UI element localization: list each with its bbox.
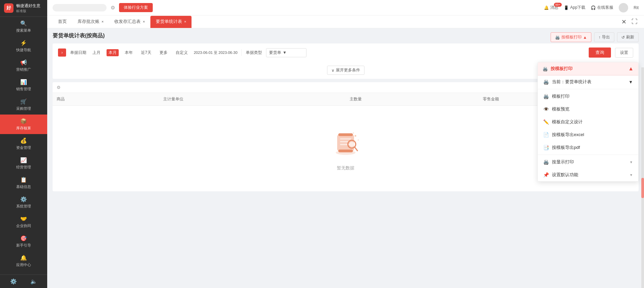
export-pdf-icon: 📑 bbox=[543, 145, 549, 150]
logo-text: 畅捷通好生意 标准版 bbox=[16, 3, 40, 13]
sidebar: 好 畅捷通好生意 标准版 🔍 搜索菜单 ⚡ 快捷导航 📢 营销推广 📊 销售管理… bbox=[0, 0, 47, 288]
query-button[interactable]: 查询 bbox=[589, 47, 611, 58]
tab-fullscreen-button[interactable]: ⛶ bbox=[631, 18, 639, 26]
empty-illustration bbox=[329, 126, 362, 160]
dropdown-header: 🖨️ 按模板打印 ▲ bbox=[538, 62, 638, 75]
sidebar-item-operations[interactable]: 📈 经营管理 bbox=[0, 154, 47, 173]
appstore-icon: 🔔 bbox=[20, 255, 27, 261]
tab-order-stats[interactable]: 要货单统计表 × bbox=[150, 16, 192, 28]
svg-point-10 bbox=[355, 135, 356, 137]
sidebar-item-marketing[interactable]: 📢 营销推广 bbox=[0, 56, 47, 75]
display-print-left: 🖨️ 按显示打印 bbox=[543, 159, 574, 165]
dropdown-item-display-print[interactable]: 🖨️ 按显示打印 ▼ bbox=[538, 156, 638, 168]
type-filter-select[interactable]: 要货单 ▼ bbox=[266, 48, 306, 57]
template-design-icon: ✏️ bbox=[543, 119, 549, 125]
setting-button[interactable]: 设置 bbox=[615, 48, 633, 58]
service-icon: 🎧 bbox=[591, 5, 596, 10]
sidebar-item-search[interactable]: 🔍 搜索菜单 bbox=[0, 17, 47, 36]
finance-icon: 💰 bbox=[20, 137, 27, 144]
audio-icon[interactable]: 🔈 bbox=[30, 278, 37, 285]
date-last-month-btn[interactable]: 上月 bbox=[90, 49, 103, 56]
svg-rect-2 bbox=[338, 133, 353, 136]
svg-point-12 bbox=[353, 132, 354, 133]
app-download-button[interactable]: 📱 App下载 bbox=[564, 5, 585, 10]
printer-icon: 🖨️ bbox=[543, 66, 548, 71]
topbar-search-input[interactable] bbox=[53, 4, 107, 11]
tabs-bar: 首页 库存批次账 × 收发存汇总表 × 要货单统计表 × ✕ ⛶ bbox=[47, 15, 644, 28]
divider-1 bbox=[538, 89, 638, 89]
sidebar-item-shortcut[interactable]: ⚡ 快捷导航 bbox=[0, 36, 47, 56]
type-filter-chevron: ▼ bbox=[283, 50, 287, 55]
search-icon: 🔍 bbox=[20, 20, 27, 27]
dropdown-item-export-pdf[interactable]: 📑 按模板导出pdf bbox=[538, 141, 638, 154]
user-name[interactable]: Rit bbox=[634, 5, 639, 10]
type-filter-value: 要货单 bbox=[269, 50, 281, 56]
set-default-icon: 📌 bbox=[543, 172, 549, 178]
sidebar-item-inventory[interactable]: 📦 库存核算 bbox=[0, 115, 47, 134]
sidebar-bottom: ⚙️ 🔈 bbox=[0, 275, 47, 288]
table-gear-icon[interactable]: ⚙ bbox=[57, 85, 61, 90]
right-scrollbar[interactable] bbox=[641, 67, 644, 288]
system-icon: ⚙️ bbox=[20, 196, 27, 202]
tab-close-receipt-summary[interactable]: × bbox=[143, 20, 145, 24]
app-logo: 好 畅捷通好生意 标准版 bbox=[0, 0, 47, 17]
sidebar-item-sales[interactable]: 📊 销售管理 bbox=[0, 75, 47, 95]
filter-expand-button[interactable]: › bbox=[58, 49, 66, 57]
svg-point-8 bbox=[349, 142, 354, 147]
tab-receipt-summary[interactable]: 收发存汇总表 × bbox=[109, 16, 150, 28]
sidebar-item-newbie[interactable]: 🎯 新手引导 bbox=[0, 232, 47, 251]
print-dropdown-menu: 🖨️ 按模板打印 ▲ 🖨️ 当前：要货单统计表 ▼ 🖨️ 模板打印 👁️ 模板预… bbox=[537, 62, 639, 182]
svg-line-9 bbox=[355, 147, 357, 151]
app-icon: 📱 bbox=[564, 5, 569, 10]
type-filter-label: 单据类型 bbox=[246, 50, 262, 56]
date-filter-label: 单据日期 bbox=[70, 50, 86, 56]
date-more-btn[interactable]: 更多 bbox=[157, 49, 170, 56]
basic-icon: 📋 bbox=[20, 177, 27, 183]
dropdown-item-template-preview[interactable]: 👁️ 模板预览 bbox=[538, 103, 638, 116]
sidebar-item-wechat[interactable]: 💬 企业微信 bbox=[0, 271, 47, 275]
dropdown-current-item[interactable]: 🖨️ 当前：要货单统计表 ▼ bbox=[538, 75, 638, 88]
topbar-gear-icon[interactable]: ⚙ bbox=[111, 5, 115, 11]
tab-collapse-button[interactable]: ✕ bbox=[620, 18, 628, 26]
expand-chevron-icon: ∨ bbox=[331, 68, 334, 73]
print-template-button[interactable]: 🖨️ 按模板打印 ▲ bbox=[551, 32, 591, 42]
sidebar-item-system[interactable]: ⚙️ 系统管理 bbox=[0, 193, 47, 212]
dropdown-item-set-default[interactable]: 📌 设置默认功能 ▼ bbox=[538, 168, 638, 181]
dropdown-item-template-print[interactable]: 🖨️ 模板打印 bbox=[538, 90, 638, 103]
dropdown-item-export-excel[interactable]: 📄 按模板导出excel bbox=[538, 128, 638, 141]
svg-rect-4 bbox=[340, 138, 351, 139]
display-print-icon: 🖨️ bbox=[543, 159, 549, 165]
notification-button[interactable]: 🔔 消息 99+ bbox=[544, 5, 558, 10]
tab-close-inventory-batch[interactable]: × bbox=[101, 20, 104, 24]
user-avatar[interactable] bbox=[619, 3, 628, 12]
settings-bottom-icon[interactable]: ⚙️ bbox=[10, 278, 17, 285]
refresh-button[interactable]: ↺ 刷新 bbox=[617, 32, 639, 42]
sidebar-item-purchase[interactable]: 🛒 采购管理 bbox=[0, 95, 47, 115]
date-7days-btn[interactable]: 近7天 bbox=[139, 49, 153, 56]
operations-icon: 📈 bbox=[20, 157, 27, 163]
trial-button[interactable]: 体验行业方案 bbox=[119, 3, 153, 12]
current-template-label: 当前：要货单统计表 bbox=[552, 79, 591, 85]
marketing-icon: 📢 bbox=[20, 59, 27, 66]
sidebar-nav: 🔍 搜索菜单 ⚡ 快捷导航 📢 营销推广 📊 销售管理 🛒 采购管理 📦 库存核… bbox=[0, 17, 47, 275]
tab-home[interactable]: 首页 bbox=[53, 16, 72, 28]
date-this-year-btn[interactable]: 本年 bbox=[123, 49, 135, 56]
newbie-icon: 🎯 bbox=[20, 235, 27, 242]
sidebar-item-basic[interactable]: 📋 基础信息 bbox=[0, 173, 47, 193]
sidebar-item-finance[interactable]: 💰 资金管理 bbox=[0, 134, 47, 154]
online-service-button[interactable]: 🎧 在线客服 bbox=[591, 5, 613, 10]
expand-more-conditions-button[interactable]: ∨ 展开更多条件 bbox=[327, 66, 364, 75]
sidebar-item-cooperation[interactable]: 🤝 企业协同 bbox=[0, 212, 47, 232]
svg-rect-3 bbox=[338, 150, 353, 152]
dropdown-item-template-design[interactable]: ✏️ 模板自定义设计 bbox=[538, 116, 638, 128]
dropdown-close-icon[interactable]: ▲ bbox=[628, 66, 634, 72]
sales-icon: 📊 bbox=[20, 79, 27, 85]
export-button[interactable]: ↑ 导出 bbox=[594, 32, 614, 42]
filter-separator bbox=[241, 49, 242, 56]
tab-inventory-batch[interactable]: 库存批次账 × bbox=[72, 16, 109, 28]
svg-rect-6 bbox=[340, 144, 350, 145]
tab-close-order-stats[interactable]: × bbox=[184, 20, 186, 24]
date-custom-btn[interactable]: 自定义 bbox=[174, 49, 190, 56]
sidebar-item-appstore[interactable]: 🔔 应用中心 bbox=[0, 251, 47, 271]
date-this-month-btn[interactable]: 本月 bbox=[107, 49, 119, 56]
